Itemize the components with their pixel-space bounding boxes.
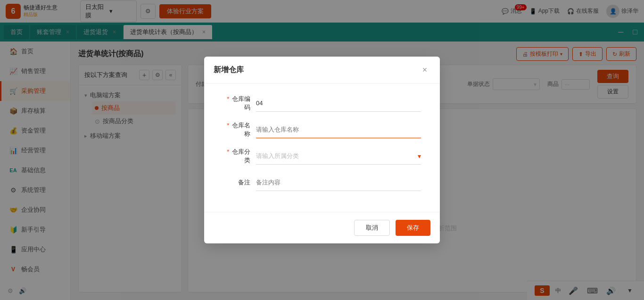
- cancel-button[interactable]: 取消: [354, 220, 390, 236]
- dialog-footer: 取消 保存: [204, 212, 440, 243]
- category-dropdown-icon: ▾: [418, 152, 421, 160]
- dialog-header: 新增仓库 ×: [204, 57, 440, 83]
- form-item-remark: 备注: [223, 174, 421, 191]
- required-mark-name: *: [227, 122, 229, 129]
- category-label: * 仓库分类: [223, 148, 256, 165]
- form-item-name: * 仓库名称: [223, 121, 421, 138]
- category-select[interactable]: 请输入所属分类 ▾: [256, 148, 421, 165]
- remark-label: 备注: [223, 178, 256, 187]
- code-input[interactable]: [256, 95, 421, 112]
- category-placeholder: 请输入所属分类: [256, 152, 299, 160]
- required-mark-category: *: [227, 148, 229, 155]
- dialog-overlay: 新增仓库 × * 仓库编码 * 仓库名称: [0, 0, 644, 300]
- save-button[interactable]: 保存: [396, 220, 430, 236]
- dialog-close-button[interactable]: ×: [419, 64, 430, 75]
- required-mark-code: *: [227, 95, 229, 102]
- form-item-code: * 仓库编码: [223, 95, 421, 112]
- dialog-title: 新增仓库: [214, 65, 244, 75]
- dialog-body: * 仓库编码 * 仓库名称 * 仓库分类 请输入: [204, 83, 440, 212]
- name-input[interactable]: [256, 121, 421, 138]
- code-label: * 仓库编码: [223, 95, 256, 112]
- add-warehouse-dialog: 新增仓库 × * 仓库编码 * 仓库名称: [204, 57, 440, 243]
- name-label: * 仓库名称: [223, 121, 256, 138]
- remark-input[interactable]: [256, 174, 421, 191]
- form-item-category: * 仓库分类 请输入所属分类 ▾: [223, 148, 421, 165]
